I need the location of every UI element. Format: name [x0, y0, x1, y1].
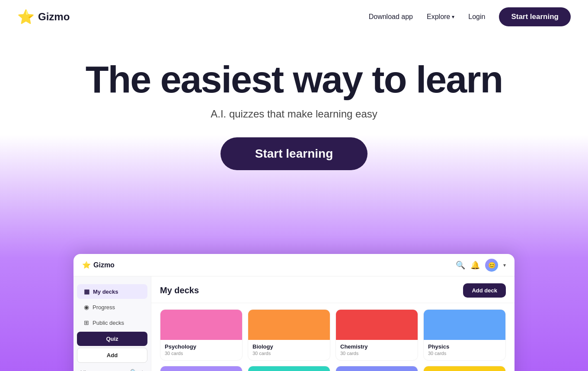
bell-icon[interactable]: 🔔	[470, 260, 480, 270]
deck-color-spanish	[424, 366, 505, 371]
hero-section: The easiest way to learn A.I. quizzes th…	[0, 34, 588, 258]
app-logo-text: Gizmo	[93, 261, 115, 269]
deck-color-physics	[424, 310, 505, 340]
app-body: ▦ My decks ◉ Progress ⊞ Public decks Qui…	[74, 276, 514, 371]
sidebar-item-my-decks[interactable]: ▦ My decks	[77, 284, 147, 299]
deck-card-biology[interactable]: Biology 30 cards	[248, 309, 330, 361]
deck-color-economics	[336, 366, 418, 371]
deck-color-psychology	[160, 310, 242, 340]
deck-name-psychology: Psychology	[165, 343, 238, 350]
library-section-header: Library 🔍 +	[74, 365, 151, 371]
deck-info-chemistry: Chemistry 30 cards	[336, 340, 418, 360]
sidebar-progress-label: Progress	[93, 304, 115, 311]
login-button[interactable]: Login	[468, 13, 485, 21]
chevron-down-icon: ▾	[452, 14, 454, 20]
deck-card-english[interactable]: English 30 cards	[248, 366, 330, 371]
app-logo: ⭐ Gizmo	[82, 261, 115, 269]
hero-start-learning-button[interactable]: Start learning	[220, 137, 368, 170]
deck-color-biology	[248, 310, 330, 340]
app-preview: ⭐ Gizmo 🔍 🔔 😊 ▾ ▦ My decks ◉	[74, 254, 514, 371]
deck-color-geography	[160, 366, 242, 371]
deck-card-chemistry[interactable]: Chemistry 30 cards	[336, 309, 418, 361]
app-main-header: My decks Add deck	[151, 276, 514, 303]
deck-card-spanish[interactable]: Spanish 30 cards	[423, 366, 506, 371]
app-top-right: 🔍 🔔 😊 ▾	[456, 259, 506, 272]
add-deck-button[interactable]: Add deck	[463, 283, 506, 298]
navbar: ⭐ Gizmo Download app Explore ▾ Login Sta…	[0, 0, 588, 34]
avatar-chevron-icon: ▾	[503, 262, 506, 268]
deck-color-english	[248, 366, 330, 371]
app-preview-wrapper: ⭐ Gizmo 🔍 🔔 😊 ▾ ▦ My decks ◉	[0, 258, 588, 371]
deck-info-biology: Biology 30 cards	[248, 340, 330, 360]
sidebar-item-progress[interactable]: ◉ Progress	[77, 300, 147, 314]
hero-headline: The easiest way to learn	[86, 60, 502, 99]
avatar[interactable]: 😊	[485, 259, 498, 272]
explore-label: Explore	[427, 13, 450, 21]
deck-name-physics: Physics	[428, 343, 501, 350]
explore-button[interactable]: Explore ▾	[427, 13, 454, 21]
deck-count-biology: 30 cards	[252, 351, 326, 356]
app-logo-star-icon: ⭐	[82, 261, 91, 269]
library-search-icon[interactable]: 🔍	[130, 369, 137, 371]
deck-count-psychology: 30 cards	[165, 351, 238, 356]
logo-star-icon: ⭐	[17, 9, 35, 25]
deck-card-psychology[interactable]: Psychology 30 cards	[160, 309, 243, 361]
add-button[interactable]: Add	[77, 348, 147, 363]
deck-info-psychology: Psychology 30 cards	[160, 340, 242, 360]
deck-grid: Psychology 30 cards Biology 30 cards	[151, 303, 514, 371]
sidebar-item-public-decks[interactable]: ⊞ Public decks	[77, 315, 147, 330]
logo[interactable]: ⭐ Gizmo	[17, 9, 70, 25]
my-decks-icon: ▦	[84, 288, 89, 295]
deck-count-physics: 30 cards	[428, 351, 501, 356]
app-top-bar: ⭐ Gizmo 🔍 🔔 😊 ▾	[74, 254, 514, 276]
deck-name-chemistry: Chemistry	[340, 343, 413, 350]
navbar-right: Download app Explore ▾ Login Start learn…	[369, 7, 571, 26]
library-icons: 🔍 +	[130, 369, 144, 371]
deck-card-economics[interactable]: Economics 30 cards	[336, 366, 418, 371]
deck-count-chemistry: 30 cards	[340, 351, 413, 356]
app-sidebar: ▦ My decks ◉ Progress ⊞ Public decks Qui…	[74, 276, 151, 371]
navbar-start-learning-button[interactable]: Start learning	[499, 7, 571, 26]
quiz-button[interactable]: Quiz	[77, 332, 147, 346]
app-main: My decks Add deck Psychology 30 cards	[151, 276, 514, 371]
deck-info-physics: Physics 30 cards	[424, 340, 505, 360]
library-label: Library	[80, 370, 96, 371]
public-decks-icon: ⊞	[84, 319, 89, 326]
my-decks-title: My decks	[160, 285, 199, 295]
progress-icon: ◉	[84, 304, 89, 311]
library-add-icon[interactable]: +	[141, 369, 144, 371]
hero-subtitle: A.I. quizzes that make learning easy	[211, 108, 377, 120]
logo-text: Gizmo	[38, 11, 70, 23]
deck-card-physics[interactable]: Physics 30 cards	[423, 309, 506, 361]
download-app-button[interactable]: Download app	[369, 13, 413, 21]
deck-color-chemistry	[336, 310, 418, 340]
search-icon[interactable]: 🔍	[456, 260, 465, 270]
sidebar-public-decks-label: Public decks	[93, 320, 124, 326]
deck-name-biology: Biology	[252, 343, 326, 350]
deck-card-geography[interactable]: Geography 30 cards	[160, 366, 243, 371]
sidebar-my-decks-label: My decks	[93, 289, 118, 295]
